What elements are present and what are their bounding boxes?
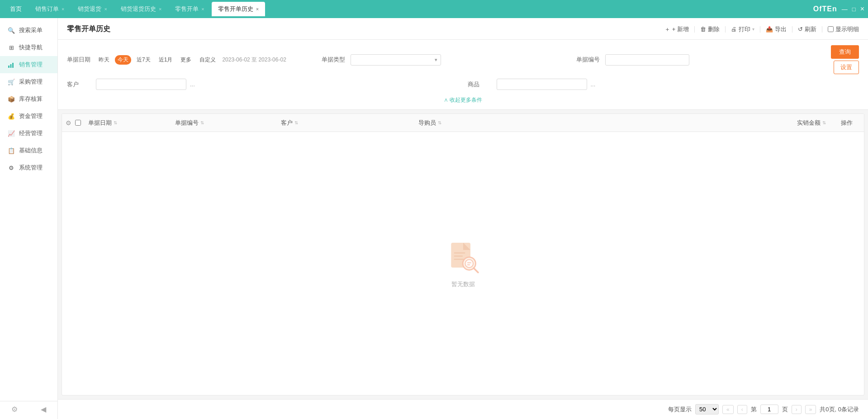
th-guide-sort-icon: ⇅ <box>438 120 441 125</box>
type-filter-group: 单据类型 <box>322 54 567 66</box>
tab-sales-return[interactable]: 销货退货 × <box>71 2 113 16</box>
export-button[interactable]: 📤 导出 <box>766 25 787 33</box>
th-date[interactable]: 单据日期 ⇅ <box>85 119 168 127</box>
tab-home[interactable]: 首页 <box>4 2 28 16</box>
svg-point-9 <box>465 259 473 268</box>
customer-filter-input[interactable] <box>96 79 186 90</box>
sidebar-item-system-label: 系统管理 <box>19 164 43 172</box>
th-customer[interactable]: 客户 ⇅ <box>277 119 411 127</box>
sidebar-item-system[interactable]: ⚙ 系统管理 <box>0 159 57 176</box>
sidebar-item-purchase[interactable]: 🛒 采购管理 <box>0 73 57 90</box>
select-all-checkbox[interactable] <box>75 120 81 126</box>
th-amount-label: 实销金额 <box>797 119 821 127</box>
next-page-btn[interactable]: › <box>792 405 802 414</box>
goods-ellipsis[interactable]: ... <box>591 81 596 88</box>
sidebar-collapse-btn[interactable]: ◀ <box>41 405 46 414</box>
date-btn-today[interactable]: 今天 <box>115 55 131 65</box>
sidebar-item-operation[interactable]: 📈 经营管理 <box>0 125 57 142</box>
quick-nav-icon: ⊞ <box>7 43 15 52</box>
sidebar-item-sales[interactable]: 销售管理 <box>0 56 57 73</box>
prev-page-btn[interactable]: ‹ <box>737 405 747 414</box>
filter-row-1: 单据日期 昨天 今天 近7天 近1月 更多 自定义 2023-06-02 至 2… <box>67 45 859 74</box>
tab-retail-open-label: 零售开单 <box>175 5 199 13</box>
sidebar-settings-btn[interactable]: ⚙ <box>11 405 18 414</box>
date-btn-custom[interactable]: 自定义 <box>197 55 218 65</box>
tab-sales-return-history-label: 销货退货历史 <box>121 5 156 13</box>
th-num[interactable]: 单据编号 ⇅ <box>171 119 274 127</box>
table-area: ⚙ 单据日期 ⇅ 单据编号 ⇅ 客户 ⇅ 导购员 ⇅ <box>62 113 864 395</box>
query-button[interactable]: 查询 <box>831 45 859 59</box>
refresh-label: 刷新 <box>805 25 816 33</box>
tab-sales-return-history-close[interactable]: × <box>159 6 161 12</box>
num-filter-group: 单据编号 <box>576 54 822 66</box>
basic-icon: 📋 <box>7 146 15 155</box>
page-size-select[interactable]: 50 100 200 <box>695 404 719 414</box>
window-maximize[interactable]: □ <box>852 6 856 13</box>
table-body: 暂无数据 <box>62 132 864 395</box>
main-layout: 🔍 搜索采单 ⊞ 快捷导航 销售管理 🛒 采购管理 📦 库存核算 <box>0 18 868 419</box>
sidebar-item-finance-label: 资金管理 <box>19 112 43 120</box>
delete-button[interactable]: 🗑 删除 <box>700 25 720 33</box>
sidebar-item-search[interactable]: 🔍 搜索采单 <box>0 22 57 39</box>
tab-retail-history-close[interactable]: × <box>256 6 259 12</box>
page-label: 第 <box>751 405 757 414</box>
operation-icon: 📈 <box>7 129 15 137</box>
tab-retail-open[interactable]: 零售开单 × <box>169 2 210 16</box>
type-select[interactable] <box>351 54 441 66</box>
add-button[interactable]: ＋ + 新增 <box>664 25 689 33</box>
num-filter-label: 单据编号 <box>576 56 602 64</box>
sidebar-bottom: ⚙ ◀ <box>0 401 57 419</box>
add-label: + 新增 <box>672 25 689 33</box>
sidebar-item-quick-nav[interactable]: ⊞ 快捷导航 <box>0 39 57 56</box>
th-guide[interactable]: 导购员 ⇅ <box>415 119 485 127</box>
date-filter-label: 单据日期 <box>67 56 92 64</box>
sidebar-item-operation-label: 经营管理 <box>19 129 43 137</box>
window-close[interactable]: × <box>860 5 864 13</box>
th-customer-sort-icon: ⇅ <box>294 120 298 125</box>
date-btn-yesterday[interactable]: 昨天 <box>96 55 112 65</box>
th-guide-label: 导购员 <box>418 119 436 127</box>
export-label: 导出 <box>775 25 787 33</box>
settings-button[interactable]: 设置 <box>834 61 859 74</box>
collapse-bar[interactable]: ∧ 收起更多条件 <box>67 94 859 104</box>
th-amount[interactable]: 实销金额 ⇅ <box>746 119 830 127</box>
top-tab-bar: 首页 销售订单 × 销货退货 × 销货退货历史 × 零售开单 × 零售开单历史 … <box>0 0 868 18</box>
svg-rect-0 <box>8 66 9 68</box>
svg-rect-5 <box>454 252 465 254</box>
goods-filter-input[interactable] <box>497 79 587 90</box>
customer-ellipsis[interactable]: ... <box>190 81 195 88</box>
sidebar-item-basic[interactable]: 📋 基础信息 <box>0 142 57 159</box>
tab-retail-open-close[interactable]: × <box>201 6 204 12</box>
page-size-label: 每页显示 <box>668 405 692 414</box>
date-range-text: 2023-06-02 至 2023-06-02 <box>222 56 286 64</box>
tab-sales-order[interactable]: 销售订单 × <box>29 2 71 16</box>
th-customer-label: 客户 <box>281 119 293 127</box>
tab-sales-return-history[interactable]: 销货退货历史 × <box>114 2 168 16</box>
tab-sales-order-close[interactable]: × <box>62 6 64 12</box>
date-btn-more[interactable]: 更多 <box>178 55 194 65</box>
tab-sales-return-close[interactable]: × <box>104 6 107 12</box>
date-filter-group: 单据日期 昨天 今天 近7天 近1月 更多 自定义 2023-06-02 至 2… <box>67 55 313 65</box>
window-minimize[interactable]: — <box>842 6 848 13</box>
page-input[interactable] <box>760 405 778 414</box>
last-page-btn[interactable]: » <box>805 405 816 414</box>
table-settings-icon[interactable]: ⚙ <box>66 119 71 127</box>
display-checkbox[interactable] <box>828 26 834 32</box>
display-button[interactable]: 显示明细 <box>828 25 859 33</box>
date-btn-7days[interactable]: 近7天 <box>134 55 153 65</box>
num-filter-input[interactable] <box>605 54 689 66</box>
inventory-icon: 📦 <box>7 95 15 103</box>
refresh-button[interactable]: ↺ 刷新 <box>798 25 816 33</box>
pagination: 每页显示 50 100 200 « ‹ 第 页 › » 共0页, 0条记录 <box>58 399 868 419</box>
divider4 <box>792 26 792 33</box>
goods-filter-group: 商品 ... <box>468 79 859 90</box>
date-btn-1month[interactable]: 近1月 <box>156 55 175 65</box>
sidebar-item-finance[interactable]: 💰 资金管理 <box>0 108 57 125</box>
svg-rect-1 <box>10 64 12 68</box>
tab-retail-history[interactable]: 零售开单历史 × <box>212 2 265 16</box>
th-date-sort-icon: ⇅ <box>114 120 117 125</box>
sidebar-item-inventory[interactable]: 📦 库存核算 <box>0 90 57 108</box>
finance-icon: 💰 <box>7 112 15 120</box>
first-page-btn[interactable]: « <box>722 405 734 414</box>
print-button[interactable]: 🖨 打印 ▾ <box>731 25 754 33</box>
